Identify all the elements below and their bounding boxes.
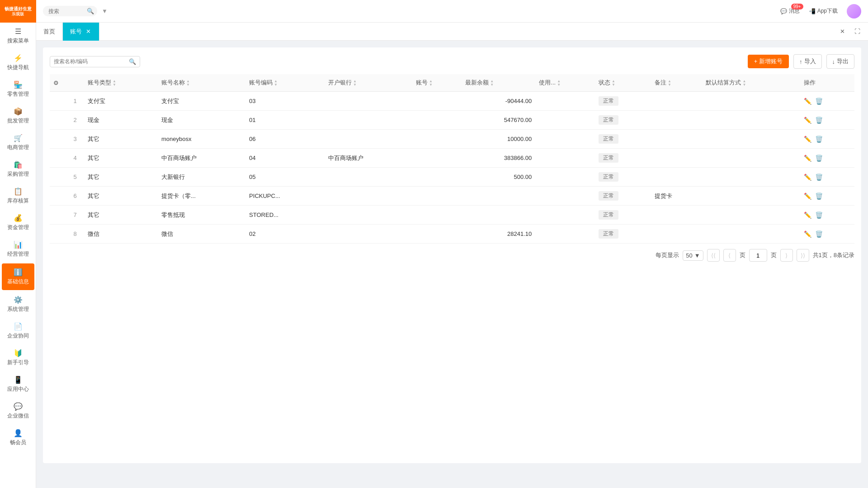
- ecommerce-icon: 🛒: [14, 134, 23, 142]
- sidebar-item-label: 采购管理: [7, 170, 29, 178]
- sidebar-item-label: 零售管理: [7, 90, 29, 98]
- row-default-settle-5: [702, 187, 800, 206]
- col-default-settle[interactable]: 默认结算方式▲▼: [702, 74, 800, 92]
- export-button[interactable]: ↓ 导出: [826, 54, 855, 69]
- edit-icon-4[interactable]: ✏️: [804, 174, 811, 181]
- row-bank-0: [325, 92, 412, 111]
- sidebar-item-purchase[interactable]: 🛍️ 采购管理: [0, 156, 36, 183]
- sidebar-item-label: 基础信息: [7, 278, 29, 286]
- sidebar-item-label: 搜索菜单: [7, 37, 29, 45]
- table-row: 3 其它 moneybosx 06 10000.00 正常 ✏️ 🗑️: [50, 130, 854, 149]
- sidebar-item-basic-info[interactable]: ℹ️ 基础信息: [2, 263, 34, 290]
- page-size-select[interactable]: 50 ▼: [683, 250, 703, 261]
- next-page-button[interactable]: ⟩: [780, 249, 793, 262]
- tab-account[interactable]: 账号 ✕: [63, 23, 99, 41]
- tab-home[interactable]: 首页: [36, 23, 63, 41]
- edit-icon-5[interactable]: ✏️: [804, 192, 811, 200]
- export-label: 导出: [837, 57, 849, 66]
- edit-icon-2[interactable]: ✏️: [804, 136, 811, 143]
- sidebar-item-app-center[interactable]: 📱 应用中心: [0, 371, 36, 398]
- delete-icon-7[interactable]: 🗑️: [815, 230, 823, 238]
- delete-icon-2[interactable]: 🗑️: [815, 136, 823, 143]
- last-page-button[interactable]: ⟩⟩: [797, 249, 809, 262]
- sidebar-item-quick-nav[interactable]: ⚡ 快捷导航: [0, 49, 36, 76]
- col-account[interactable]: 账号▲▼: [412, 74, 462, 92]
- edit-icon-6[interactable]: ✏️: [804, 211, 811, 219]
- sidebar-item-guide[interactable]: 🔰 新手引导: [0, 344, 36, 371]
- table-row: 6 其它 提货卡（零... PICKUPC... 正常 提货卡 ✏️ 🗑️: [50, 187, 854, 206]
- total-label: 共1页，8条记录: [813, 251, 854, 259]
- row-code-5: PICKUPC...: [245, 187, 325, 206]
- edit-icon-0[interactable]: ✏️: [804, 98, 811, 105]
- col-remark[interactable]: 备注▲▼: [651, 74, 703, 92]
- message-button[interactable]: 💬 消息 99+: [780, 7, 800, 15]
- col-balance[interactable]: 最新余额▲▼: [462, 74, 535, 92]
- topbar-search-box[interactable]: 🔍: [43, 6, 97, 16]
- row-use-1: [535, 111, 595, 130]
- sidebar-item-retail[interactable]: 🏪 零售管理: [0, 76, 36, 103]
- col-status[interactable]: 状态▲▼: [595, 74, 651, 92]
- col-bank[interactable]: 开户银行▲▼: [325, 74, 412, 92]
- row-code-1: 01: [245, 111, 325, 130]
- delete-icon-0[interactable]: 🗑️: [815, 98, 823, 105]
- edit-icon-7[interactable]: ✏️: [804, 230, 811, 238]
- tab-close-all-button[interactable]: ✕: [836, 25, 849, 38]
- sidebar-item-enterprise-wechat[interactable]: 💬 企业微信: [0, 398, 36, 424]
- sidebar-item-label: 企业协同: [7, 332, 29, 340]
- sidebar-item-inventory[interactable]: 📋 库存核算: [0, 183, 36, 209]
- row-num-7: 8: [66, 225, 84, 244]
- sidebar-item-system[interactable]: ⚙️ 系统管理: [0, 291, 36, 318]
- account-search-input[interactable]: [54, 58, 127, 65]
- row-remark-2: [651, 130, 703, 149]
- sidebar-item-operations[interactable]: 📊 经营管理: [0, 236, 36, 263]
- account-search-box[interactable]: 🔍: [50, 56, 140, 67]
- sidebar-item-agreement[interactable]: 📄 企业协同: [0, 318, 36, 344]
- tab-fullscreen-button[interactable]: ⛶: [851, 25, 863, 38]
- col-settings: ⚙: [50, 74, 66, 92]
- col-type[interactable]: 账号类型▲▼: [84, 74, 158, 92]
- sidebar-item-label: 库存核算: [7, 197, 29, 205]
- row-name-1: 现金: [158, 111, 245, 130]
- sidebar-item-wholesale[interactable]: 📦 批发管理: [0, 103, 36, 129]
- delete-icon-4[interactable]: 🗑️: [815, 174, 823, 181]
- row-account-6: [412, 206, 462, 225]
- app-download-button[interactable]: 📲 App下载: [809, 7, 838, 15]
- per-page-label: 每页显示: [656, 251, 679, 259]
- col-name[interactable]: 账号名称▲▼: [158, 74, 245, 92]
- topbar-search-input[interactable]: [48, 8, 85, 14]
- sidebar-item-search-menu[interactable]: ☰ 搜索菜单: [0, 23, 36, 49]
- row-action-7: ✏️ 🗑️: [800, 225, 854, 244]
- delete-icon-5[interactable]: 🗑️: [815, 192, 823, 200]
- row-action-6: ✏️ 🗑️: [800, 206, 854, 225]
- edit-icon-3[interactable]: ✏️: [804, 155, 811, 162]
- sidebar-item-label: 应用中心: [7, 385, 29, 393]
- edit-icon-1[interactable]: ✏️: [804, 117, 811, 124]
- sidebar-item-member[interactable]: 👤 畅会员: [0, 424, 36, 451]
- col-code[interactable]: 账号编码▲▼: [245, 74, 325, 92]
- delete-icon-6[interactable]: 🗑️: [815, 211, 823, 219]
- row-code-4: 05: [245, 168, 325, 187]
- prev-page-button[interactable]: ⟨: [723, 249, 736, 262]
- sidebar-item-label: 电商管理: [7, 144, 29, 151]
- import-button[interactable]: ↑ 导入: [793, 54, 822, 69]
- topbar-dropdown-icon[interactable]: ▼: [102, 8, 108, 14]
- row-default-settle-7: [702, 225, 800, 244]
- col-num: [66, 74, 84, 92]
- row-remark-0: [651, 92, 703, 111]
- first-page-button[interactable]: ⟨⟨: [707, 249, 720, 262]
- current-page-input[interactable]: [749, 249, 767, 262]
- row-name-3: 中百商场账户: [158, 149, 245, 168]
- delete-icon-1[interactable]: 🗑️: [815, 117, 823, 124]
- tab-account-close[interactable]: ✕: [85, 28, 92, 35]
- user-avatar[interactable]: [847, 4, 861, 19]
- settings-icon[interactable]: ⚙: [53, 80, 59, 86]
- system-icon: ⚙️: [14, 296, 23, 304]
- col-use[interactable]: 使用...▲▼: [535, 74, 595, 92]
- sidebar-item-finance[interactable]: 💰 资金管理: [0, 209, 36, 236]
- import-label: 导入: [804, 57, 816, 66]
- row-name-4: 大新银行: [158, 168, 245, 187]
- delete-icon-3[interactable]: 🗑️: [815, 155, 823, 162]
- row-status-3: 正常: [595, 149, 651, 168]
- add-account-button[interactable]: + 新增账号: [748, 55, 789, 68]
- sidebar-item-ecommerce[interactable]: 🛒 电商管理: [0, 129, 36, 156]
